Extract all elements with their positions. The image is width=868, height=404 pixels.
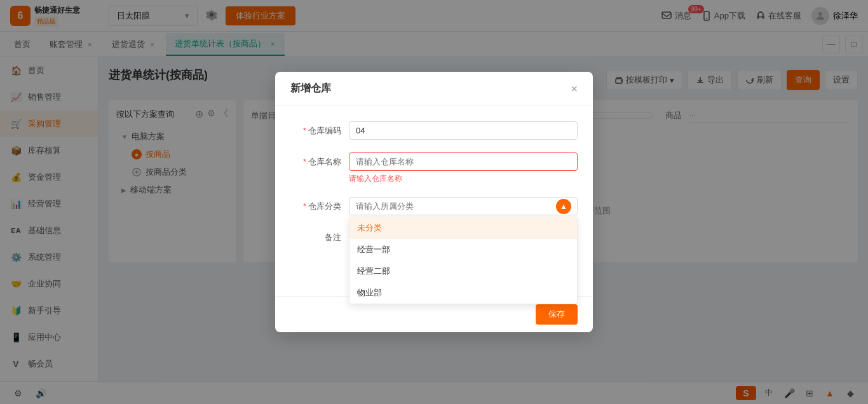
code-input-wrap bbox=[349, 121, 578, 140]
new-warehouse-dialog: 新增仓库 × 仓库编码 仓库名称 请输入仓库名称 仓库分类 bbox=[275, 72, 593, 332]
form-row-category: 仓库分类 ▲ 未分类 经营一部 经营二部 物业部 bbox=[290, 197, 578, 215]
dialog-body: 仓库编码 仓库名称 请输入仓库名称 仓库分类 ▲ bbox=[275, 106, 593, 296]
form-row-name: 仓库名称 请输入仓库名称 bbox=[290, 152, 578, 184]
category-input[interactable] bbox=[349, 197, 578, 215]
dialog-title: 新增仓库 bbox=[290, 82, 331, 95]
category-label: 仓库分类 bbox=[290, 197, 341, 212]
select-arrow-icon[interactable]: ▲ bbox=[556, 199, 571, 214]
category-select-wrap: ▲ bbox=[349, 197, 578, 215]
dropdown-item-property[interactable]: 物业部 bbox=[349, 282, 577, 304]
category-dropdown: 未分类 经营一部 经营二部 物业部 bbox=[349, 217, 578, 304]
dialog-close-btn[interactable]: × bbox=[571, 83, 578, 95]
note-label: 备注 bbox=[290, 228, 341, 243]
name-error-msg: 请输入仓库名称 bbox=[349, 173, 578, 184]
dialog-header: 新增仓库 × bbox=[275, 72, 593, 106]
dropdown-item-uncategorized[interactable]: 未分类 bbox=[349, 217, 577, 239]
name-label: 仓库名称 bbox=[290, 152, 341, 168]
dropdown-item-dept2[interactable]: 经营二部 bbox=[349, 260, 577, 282]
name-input[interactable] bbox=[349, 152, 578, 171]
dropdown-item-dept1[interactable]: 经营一部 bbox=[349, 239, 577, 260]
form-row-code: 仓库编码 bbox=[290, 121, 578, 140]
code-label: 仓库编码 bbox=[290, 121, 341, 137]
code-input[interactable] bbox=[349, 121, 578, 140]
category-input-wrap: ▲ 未分类 经营一部 经营二部 物业部 bbox=[349, 197, 578, 215]
name-input-wrap: 请输入仓库名称 bbox=[349, 152, 578, 184]
dialog-overlay: 新增仓库 × 仓库编码 仓库名称 请输入仓库名称 仓库分类 bbox=[0, 0, 868, 404]
save-btn[interactable]: 保存 bbox=[536, 304, 578, 325]
